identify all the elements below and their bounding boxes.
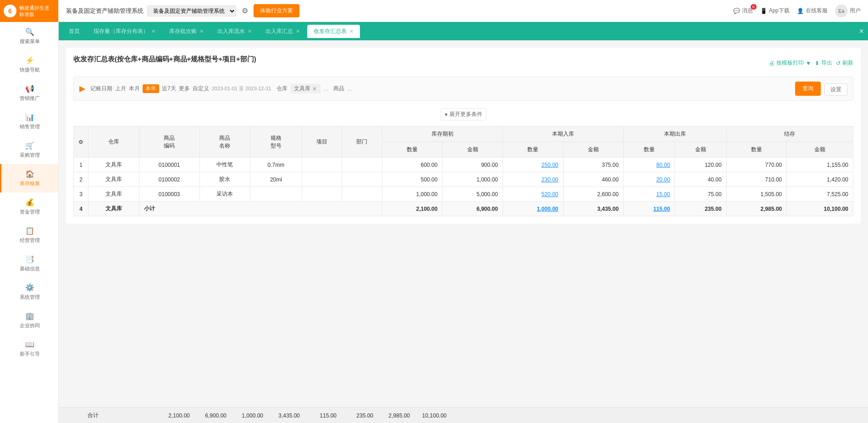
row-name: 采访本 — [199, 187, 250, 202]
sidebar-item-inventory[interactable]: 🏠 库存核算 — [0, 164, 58, 192]
th-open-amt: 金额 — [442, 142, 503, 158]
row-bal-qty: 1,505.00 — [726, 187, 787, 202]
tab-close-icon[interactable]: ✕ — [296, 28, 300, 34]
th-name: 商品名称 — [199, 126, 250, 158]
row-dept — [342, 172, 382, 187]
th-settings[interactable]: ⚙ — [74, 126, 88, 158]
sub-out-qty[interactable]: 115.00 — [624, 202, 675, 216]
app-download-action[interactable]: 📱 App下载 — [760, 7, 790, 15]
avatar: Ea — [835, 5, 848, 17]
set-button[interactable]: 设置 — [824, 83, 847, 96]
row-project — [302, 187, 342, 202]
sidebar-item-search[interactable]: 🔍 搜索菜单 — [0, 22, 58, 50]
refresh-button[interactable]: ↺ 刷新 — [836, 59, 853, 67]
tab-stock-dist[interactable]: 现存量（库存分布表） ✕ — [87, 25, 162, 38]
settings-gear-icon[interactable]: ⚙ — [240, 5, 250, 17]
guide-icon: 📖 — [25, 340, 34, 349]
th-in: 本期入库 — [503, 126, 623, 142]
tab-recv-send[interactable]: 收发存汇总表 ✕ — [307, 25, 360, 38]
warehouse-more[interactable]: ... — [323, 86, 328, 92]
table-row: 1 文具库 0100001 中性笔 0.7mm 600.00 900.00 25… — [74, 158, 853, 172]
tab-close-icon[interactable]: ✕ — [199, 28, 204, 34]
sidebar-item-operations[interactable]: 📋 经营管理 — [0, 221, 58, 249]
tab-batch[interactable]: 库存批次账 ✕ — [163, 25, 210, 38]
th-in-amt: 金额 — [563, 142, 624, 158]
row-in-qty[interactable]: 230.00 — [503, 172, 563, 187]
tab-home[interactable]: 首页 — [62, 25, 86, 38]
tab-close-icon[interactable]: ✕ — [349, 28, 354, 34]
system-selector[interactable]: 装备及固定资产辅助管理系统 — [147, 5, 236, 16]
content-area: 收发存汇总表(按仓库+商品编码+商品+规格型号+项目+部门) 🖨 按模板打印 ▼… — [59, 40, 868, 407]
warehouse-filter: 仓库 文具库 ✕ ... — [276, 84, 328, 93]
row-open-amt: 1,000.00 — [442, 172, 503, 187]
logo-icon: 6 — [4, 5, 17, 17]
trial-button[interactable]: 体验行业方案 — [254, 4, 299, 17]
sidebar-logo: 6 畅捷通好生意 标准版 — [0, 0, 58, 22]
sidebar-nav: 🔍 搜索菜单 ⚡ 快捷导航 📢 营销推广 📊 销售管理 🛒 采购管理 🏠 库存核… — [0, 22, 58, 423]
row-out-qty[interactable]: 20.00 — [624, 172, 675, 187]
row-code: 0100003 — [139, 187, 199, 202]
row-spec — [250, 187, 302, 202]
tab-close-icon[interactable]: ✕ — [248, 28, 252, 34]
logo-text: 畅捷通好生意 标准版 — [19, 5, 50, 18]
th-dept: 部门 — [342, 126, 382, 158]
chevron-down-icon: ▼ — [806, 60, 811, 66]
filter-toggle-icon[interactable]: ▶ — [79, 84, 85, 93]
row-no: 3 — [74, 187, 88, 202]
message-action[interactable]: 💬 消息 6 — [733, 7, 753, 15]
main-area: 装备及固定资产辅助管理系统 装备及固定资产辅助管理系统 ⚙ 体验行业方案 💬 消… — [59, 0, 868, 423]
tab-inout-flow[interactable]: 出入库流水 ✕ — [211, 25, 258, 38]
date-this-month[interactable]: 本月 — [129, 85, 140, 93]
sidebar-item-marketing[interactable]: 📢 营销推广 — [0, 79, 58, 107]
th-bal-qty: 数量 — [726, 142, 787, 158]
row-project — [302, 158, 342, 172]
footer-out-qty: 115.00 — [304, 412, 341, 419]
row-in-qty[interactable]: 520.00 — [503, 187, 563, 202]
th-spec: 规格型号 — [250, 126, 302, 158]
table-row: 3 文具库 0100003 采访本 1,000.00 5,000.00 520.… — [74, 187, 853, 202]
sidebar-item-system[interactable]: ⚙️ 系统管理 — [0, 278, 58, 306]
tab-inout-summary[interactable]: 出入库汇总 ✕ — [259, 25, 306, 38]
date-last-month[interactable]: 上月 — [115, 85, 126, 93]
row-open-amt: 900.00 — [442, 158, 503, 172]
refresh-icon: ↺ — [836, 60, 840, 66]
row-bal-qty: 770.00 — [726, 158, 787, 172]
warehouse-tag-close-icon[interactable]: ✕ — [312, 86, 317, 92]
row-in-qty[interactable]: 250.00 — [503, 158, 563, 172]
sidebar-item-sales[interactable]: 📊 销售管理 — [0, 107, 58, 136]
sidebar-item-guide[interactable]: 📖 新手引导 — [0, 335, 58, 363]
sidebar-item-finance[interactable]: 💰 资金管理 — [0, 192, 58, 221]
row-out-qty[interactable]: 80.00 — [624, 158, 675, 172]
user-action[interactable]: Ea 用户 — [835, 5, 861, 17]
export-button[interactable]: ⬇ 导出 — [815, 59, 832, 67]
goods-more[interactable]: ... — [347, 86, 352, 92]
sidebar-item-basic[interactable]: 📑 基础信息 — [0, 249, 58, 278]
service-icon: 👤 — [797, 8, 804, 14]
print-button[interactable]: 🖨 按模板打印 ▼ — [769, 59, 811, 67]
row-in-amt: 460.00 — [563, 172, 624, 187]
sidebar-item-purchase[interactable]: 🛒 采购管理 — [0, 136, 58, 164]
row-name: 中性笔 — [199, 158, 250, 172]
sidebar-item-quick[interactable]: ⚡ 快捷导航 — [0, 50, 58, 79]
top-header: 装备及固定资产辅助管理系统 装备及固定资产辅助管理系统 ⚙ 体验行业方案 💬 消… — [59, 0, 868, 22]
tab-close-icon[interactable]: ✕ — [151, 28, 155, 34]
date-this-year[interactable]: 本年 — [143, 84, 159, 93]
date-more[interactable]: 更多 — [179, 85, 190, 93]
page-title-bar: 收发存汇总表(按仓库+商品编码+商品+规格型号+项目+部门) 🖨 按模板打印 ▼… — [73, 55, 853, 71]
th-out-qty: 数量 — [624, 142, 675, 158]
expand-more-button[interactable]: ▾ 展开更多条件 — [441, 108, 487, 121]
header-right: 💬 消息 6 📱 App下载 👤 在线客服 Ea 用户 — [733, 5, 861, 17]
sub-in-qty[interactable]: 1,000.00 — [503, 202, 563, 216]
service-action[interactable]: 👤 在线客服 — [797, 7, 828, 15]
query-button[interactable]: 查询 — [795, 82, 821, 96]
row-warehouse: 文具库 — [88, 187, 139, 202]
close-all-tabs-icon[interactable]: ✕ — [859, 27, 864, 35]
date-7days[interactable]: 近7天 — [162, 85, 176, 93]
goods-filter: 商品 ... — [333, 85, 352, 93]
date-custom[interactable]: 自定义 — [193, 85, 209, 93]
row-code: 0100002 — [139, 172, 199, 187]
sidebar-item-corp[interactable]: 🏢 企业协同 — [0, 306, 58, 335]
row-warehouse: 文具库 — [88, 172, 139, 187]
tab-bar: 首页 现存量（库存分布表） ✕ 库存批次账 ✕ 出入库流水 ✕ 出入库汇总 ✕ … — [59, 22, 868, 40]
row-out-qty[interactable]: 15.00 — [624, 187, 675, 202]
